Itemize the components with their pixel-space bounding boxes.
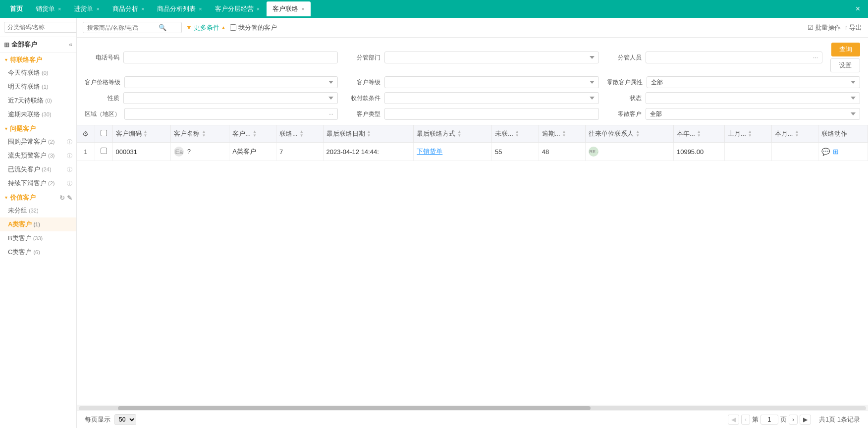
qr-icon[interactable]: ⊞: [833, 148, 839, 156]
th-type[interactable]: 客户... ▲▼: [229, 125, 276, 143]
th-this-month[interactable]: 本月... ▲▼: [771, 125, 818, 143]
manager-select[interactable]: ···: [646, 52, 822, 63]
horizontal-scrollbar[interactable]: [77, 405, 868, 411]
sort-contact-person-icon: ▲▼: [636, 130, 640, 138]
filter-row-manager: 分管人员 ··· 查询 设置: [607, 43, 860, 72]
info-icon-4: ⓘ: [67, 180, 72, 187]
nature-select[interactable]: [123, 92, 338, 104]
my-customers-checkbox[interactable]: 我分管的客户: [230, 23, 277, 32]
nav-product-analysis[interactable]: 商品分析 ×: [107, 1, 150, 16]
nav-product-analysis-close[interactable]: ×: [141, 6, 144, 12]
window-close-button[interactable]: ×: [852, 3, 864, 14]
nav-sales-order-close[interactable]: ×: [58, 6, 61, 12]
nav-purchase-order-close[interactable]: ×: [96, 6, 99, 12]
th-checkbox[interactable]: [95, 125, 112, 143]
batch-op-button[interactable]: ☑ 批量操作: [808, 23, 841, 32]
sidebar-item-a-class[interactable]: A类客户 (1): [0, 217, 76, 231]
export-button[interactable]: ↑ 导出: [845, 23, 863, 32]
sort-last-date-icon: ▲▼: [367, 130, 371, 138]
triangle-icon-2: ▼: [4, 126, 8, 131]
sidebar-item-churned[interactable]: 已流失客户 (24) ⓘ: [0, 162, 76, 176]
retail-select[interactable]: 全部: [646, 108, 860, 120]
row-last-method[interactable]: 下销货单: [414, 143, 492, 161]
sidebar-collapse-icon[interactable]: «: [69, 41, 72, 48]
price-tier-select[interactable]: [124, 76, 338, 88]
sort-name-icon: ▲▼: [202, 130, 206, 138]
th-last-method[interactable]: 最后联络方式 ▲▼: [414, 125, 492, 143]
sort-type-icon: ▲▼: [253, 130, 257, 138]
sidebar-item-b-class[interactable]: B类客户 (33): [0, 231, 76, 245]
sidebar-item-hoarding[interactable]: 囤购异常客户 (2) ⓘ: [0, 135, 76, 149]
sidebar-item-churn-warning[interactable]: 流失预警客户 (3) ⓘ: [0, 149, 76, 162]
row-checkbox-input[interactable]: [101, 148, 107, 154]
per-page-select[interactable]: 50: [114, 414, 136, 425]
sidebar-item-declining[interactable]: 持续下滑客户 (2) ⓘ: [0, 176, 76, 190]
sidebar-all-customers-header[interactable]: ⊞ 全部客户 «: [0, 37, 76, 53]
payment-select[interactable]: [384, 92, 599, 104]
select-all-checkbox[interactable]: [101, 130, 107, 136]
status-select[interactable]: [646, 92, 860, 104]
nav-product-analysis-list-close[interactable]: ×: [199, 6, 202, 12]
customer-type-input[interactable]: [384, 108, 599, 120]
my-customers-checkbox-input[interactable]: [230, 24, 236, 31]
dept-select[interactable]: [384, 52, 599, 63]
pagination: ◀ ‹ 第 页 › ▶: [728, 415, 811, 425]
last-page-button[interactable]: ▶: [800, 415, 811, 425]
sidebar-item-tomorrow[interactable]: 明天待联络 (1): [0, 80, 76, 94]
scrollbar-track[interactable]: [79, 406, 866, 410]
query-actions: 查询 设置: [830, 43, 860, 72]
th-overdue[interactable]: 逾期... ▲▼: [539, 125, 586, 143]
row-code: 000031: [112, 143, 171, 161]
nav-customer-contact-close[interactable]: ×: [301, 6, 304, 12]
row-last-date: 2023-04-12 14:44:: [323, 143, 414, 161]
prev-page-button[interactable]: ‹: [741, 415, 750, 425]
first-page-button[interactable]: ◀: [728, 415, 739, 425]
sidebar-search-input[interactable]: [4, 22, 77, 33]
region-select[interactable]: ···: [124, 108, 338, 120]
nav-customer-contact[interactable]: 客户联络 ×: [267, 1, 310, 16]
nav-customer-tier[interactable]: 客户分层经营 ×: [209, 1, 266, 16]
sidebar-item-c-class[interactable]: C类客户 (6): [0, 245, 76, 259]
th-last-date[interactable]: 最后联络日期 ▲▼: [323, 125, 414, 143]
column-settings-icon[interactable]: ⚙: [82, 130, 89, 138]
sidebar-item-today[interactable]: 今天待联络 (0): [0, 66, 76, 80]
th-name[interactable]: 客户名称 ▲▼: [171, 125, 229, 143]
th-code[interactable]: 客户编码 ▲▼: [112, 125, 171, 143]
more-conditions-button[interactable]: ▼ 更多条件 ▲: [186, 23, 226, 32]
top-nav: 首页 销货单 × 进货单 × 商品分析 × 商品分析列表 × 客户分层经营 × …: [0, 0, 868, 18]
chat-icon[interactable]: 💬: [821, 148, 830, 156]
sidebar-item-unclassified[interactable]: 未分组 (32): [0, 204, 76, 217]
edit-icon[interactable]: ✎: [67, 194, 72, 202]
th-this-year[interactable]: 本年... ▲▼: [673, 125, 724, 143]
check-icon: ☑: [808, 24, 814, 31]
sidebar: 🔍 ⊞ 全部客户 « ▼ 待联络客户 今天待联络 (0) 明天待联络 (1) 近…: [0, 18, 77, 428]
filter-search-icon[interactable]: 🔍: [159, 24, 166, 31]
phone-input[interactable]: [123, 52, 338, 63]
filter-search-input[interactable]: [87, 24, 157, 31]
retail-attr-select[interactable]: 全部: [647, 76, 860, 88]
sidebar-search-container: 🔍: [0, 18, 76, 37]
sidebar-item-overdue[interactable]: 逾期未联络 (30): [0, 107, 76, 121]
th-contact-person[interactable]: 往来单位联系人 ▲▼: [586, 125, 674, 143]
nav-home[interactable]: 首页: [4, 1, 29, 16]
nav-purchase-order[interactable]: 进货单 ×: [68, 1, 105, 16]
query-button[interactable]: 查询: [831, 43, 860, 56]
refresh-icon[interactable]: ↻: [59, 194, 65, 202]
settings-button[interactable]: 设置: [830, 58, 860, 72]
scrollbar-thumb[interactable]: [118, 406, 590, 410]
next-page-button[interactable]: ›: [789, 415, 798, 425]
th-last-month[interactable]: 上月... ▲▼: [724, 125, 771, 143]
nav-product-analysis-list[interactable]: 商品分析列表 ×: [151, 1, 208, 16]
table-container: ⚙ 客户编码 ▲▼ 客户名称: [77, 125, 868, 405]
grid-icon: ⊞: [4, 41, 9, 49]
th-settings[interactable]: ⚙: [77, 125, 95, 143]
nav-customer-tier-close[interactable]: ×: [257, 6, 260, 12]
nav-sales-order[interactable]: 销货单 ×: [30, 1, 67, 16]
page-number-input[interactable]: [760, 415, 778, 425]
customer-tier-select[interactable]: [384, 76, 599, 88]
row-checkbox[interactable]: [95, 143, 112, 161]
th-no-contact[interactable]: 未联... ▲▼: [492, 125, 539, 143]
th-contact[interactable]: 联络... ▲▼: [276, 125, 323, 143]
sidebar-item-7days[interactable]: 近7天待联络 (0): [0, 94, 76, 107]
section-value-customers: ▼ 价值客户 ↻ ✎: [0, 190, 76, 204]
